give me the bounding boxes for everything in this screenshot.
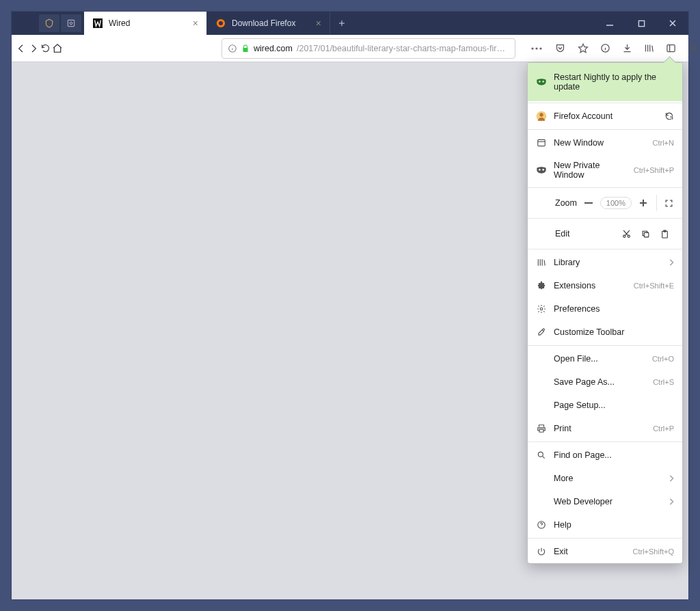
back-button[interactable] <box>16 38 27 59</box>
menu-label: Print <box>554 424 646 433</box>
avatar-icon <box>536 111 547 122</box>
menu-customize-toolbar[interactable]: Customize Toolbar <box>528 321 682 344</box>
svg-rect-0 <box>68 20 74 26</box>
url-domain: wired.com <box>254 44 293 53</box>
tab-title: Download Firefox <box>232 18 295 28</box>
menu-web-developer[interactable]: Web Developer <box>528 490 682 513</box>
svg-point-17 <box>539 169 541 171</box>
tab-inactive[interactable]: Download Firefox × <box>207 12 330 35</box>
menu-help[interactable]: Help <box>528 513 682 537</box>
new-tab-button[interactable] <box>330 12 353 35</box>
svg-point-1 <box>70 22 72 25</box>
paste-button[interactable] <box>655 226 674 242</box>
forward-button[interactable] <box>28 38 39 59</box>
cut-button[interactable] <box>617 226 636 242</box>
sidebar-button[interactable] <box>660 38 681 59</box>
tab-strip: Wired × Download Firefox × <box>12 12 688 35</box>
menu-new-private-window[interactable]: New Private Window Ctrl+Shift+P <box>528 154 682 186</box>
separator <box>528 187 682 188</box>
menu-shortcut: Ctrl+N <box>653 139 674 147</box>
tab-close-icon[interactable]: × <box>316 18 321 29</box>
menu-open-file[interactable]: Open File... Ctrl+O <box>528 347 682 370</box>
zoom-value[interactable]: 100% <box>600 197 632 209</box>
chevron-right-icon <box>669 259 674 266</box>
zoom-label: Zoom <box>555 198 577 208</box>
menu-find-on-page[interactable]: Find on Page... <box>528 444 682 467</box>
separator <box>528 103 682 103</box>
pocket-button[interactable] <box>550 38 570 59</box>
menu-shortcut: Ctrl+S <box>653 378 674 386</box>
menu-label: Page Setup... <box>554 400 674 410</box>
info-icon[interactable] <box>228 44 237 53</box>
reload-button[interactable] <box>40 38 51 59</box>
menu-label: Customize Toolbar <box>554 327 674 337</box>
overflow-button[interactable] <box>682 38 700 59</box>
page-actions-button[interactable] <box>526 38 547 59</box>
zoom-out-button[interactable] <box>580 195 597 211</box>
separator <box>528 345 682 346</box>
wired-favicon-icon <box>92 18 103 29</box>
svg-rect-5 <box>638 21 644 26</box>
mask-icon <box>536 77 547 87</box>
bookmark-star-button[interactable] <box>573 38 593 59</box>
close-window-button[interactable] <box>657 12 688 35</box>
menu-more[interactable]: More <box>528 467 682 490</box>
page-content: Restart Nightly to apply the update Fire… <box>12 62 688 599</box>
titlebar-icon-1[interactable] <box>39 14 59 32</box>
menu-shortcut: Ctrl+Shift+Q <box>632 547 674 556</box>
svg-rect-16 <box>538 139 546 146</box>
menu-exit[interactable]: Exit Ctrl+Shift+Q <box>528 540 682 563</box>
fullscreen-button[interactable] <box>656 195 674 211</box>
menu-extensions[interactable]: Extensions Ctrl+Shift+E <box>528 274 682 297</box>
menu-label: Web Developer <box>554 497 662 506</box>
copy-button[interactable] <box>636 226 655 242</box>
menu-shortcut: Ctrl+Shift+E <box>634 282 674 290</box>
svg-point-12 <box>539 81 541 83</box>
tab-close-icon[interactable]: × <box>193 18 198 29</box>
svg-point-25 <box>540 308 543 310</box>
menu-label: Firefox Account <box>554 111 674 121</box>
menu-label: Extensions <box>554 281 627 290</box>
address-bar[interactable]: wired.com/2017/01/beautiful-literary-sta… <box>221 38 515 59</box>
identity-icon[interactable] <box>595 38 615 59</box>
zoom-in-button[interactable] <box>634 195 652 211</box>
menu-edit-row: Edit <box>528 220 682 247</box>
menu-label: Library <box>554 258 662 267</box>
svg-point-7 <box>531 47 533 49</box>
svg-rect-2 <box>93 18 103 28</box>
sync-icon[interactable] <box>664 111 674 121</box>
svg-point-13 <box>542 81 544 83</box>
svg-point-8 <box>535 47 537 49</box>
menu-label: Preferences <box>554 304 674 314</box>
menu-label: Save Page As... <box>554 377 646 387</box>
menu-label: Restart Nightly to apply the update <box>554 72 674 92</box>
menu-preferences[interactable]: Preferences <box>528 297 682 321</box>
menu-restart-update[interactable]: Restart Nightly to apply the update <box>528 63 682 101</box>
maximize-button[interactable] <box>625 12 657 35</box>
firefox-favicon-icon <box>215 18 226 29</box>
library-button[interactable] <box>638 38 659 59</box>
menu-new-window[interactable]: New Window Ctrl+N <box>528 131 682 154</box>
menu-page-setup[interactable]: Page Setup... <box>528 394 682 417</box>
home-button[interactable] <box>52 38 63 59</box>
minimize-button[interactable] <box>594 12 625 35</box>
puzzle-icon <box>536 280 547 291</box>
svg-rect-19 <box>584 202 593 204</box>
separator <box>528 442 682 442</box>
menu-print[interactable]: Print Ctrl+P <box>528 417 682 440</box>
svg-rect-22 <box>644 232 649 237</box>
menu-firefox-account[interactable]: Firefox Account <box>528 105 682 128</box>
menu-save-page-as[interactable]: Save Page As... Ctrl+S <box>528 370 682 394</box>
chevron-right-icon <box>669 475 674 482</box>
menu-library[interactable]: Library <box>528 251 682 274</box>
brush-icon <box>536 327 547 338</box>
titlebar-icon-2[interactable] <box>61 14 81 32</box>
toolbar-right <box>595 38 700 59</box>
separator <box>528 538 682 539</box>
tab-active[interactable]: Wired × <box>84 12 207 35</box>
edit-label: Edit <box>555 229 570 239</box>
menu-label: New Window <box>554 138 646 148</box>
downloads-button[interactable] <box>617 38 637 59</box>
svg-point-15 <box>539 113 543 116</box>
lock-icon <box>241 44 250 53</box>
